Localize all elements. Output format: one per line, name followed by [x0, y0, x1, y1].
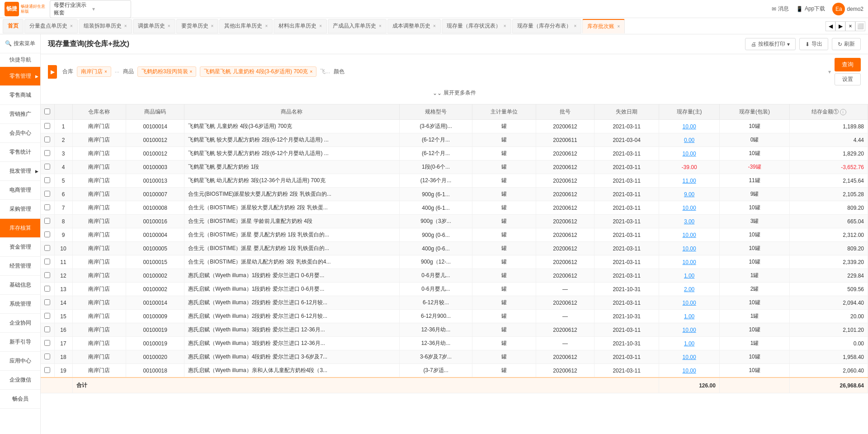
- row-stock-main-7[interactable]: 3.00: [659, 215, 720, 228]
- row-checkbox-18[interactable]: [41, 364, 54, 378]
- sidebar-item-member2[interactable]: 畅会员: [0, 390, 40, 409]
- sidebar-item-newbie[interactable]: 新手引导: [0, 333, 40, 352]
- row-checkbox-1[interactable]: [41, 133, 54, 147]
- tab-9[interactable]: 现存量（库存状况表） ×: [442, 19, 511, 33]
- tab-close-8[interactable]: ×: [433, 24, 436, 28]
- row-checkbox-10[interactable]: [41, 255, 54, 269]
- sidebar-item-operations[interactable]: 经营管理: [0, 257, 40, 276]
- tab-close-3[interactable]: ×: [168, 24, 170, 28]
- sidebar-item-enterprise[interactable]: 企业协同: [0, 314, 40, 333]
- row-stock-main-12[interactable]: 2.00: [659, 283, 720, 296]
- tab-close-all[interactable]: ×: [845, 21, 855, 31]
- tab-4[interactable]: 要货单历史 ×: [176, 19, 219, 33]
- balance-info-icon[interactable]: i: [840, 109, 846, 115]
- sidebar-item-wholesale[interactable]: 批发管理 ▶: [0, 162, 40, 181]
- row-checkbox-12[interactable]: [41, 283, 54, 296]
- tab-prev[interactable]: ◀: [826, 21, 835, 31]
- message-btn[interactable]: ✉ 消息: [772, 5, 789, 13]
- sidebar-item-marketing[interactable]: 营销推广: [0, 105, 40, 124]
- warehouse-tag-close[interactable]: ×: [104, 69, 107, 74]
- goods-filter-tag-0[interactable]: 飞鹤奶粉3段丙筒装 ×: [137, 66, 197, 77]
- tab-close-9[interactable]: ×: [504, 24, 506, 28]
- row-stock-main-11[interactable]: 1.00: [659, 269, 720, 283]
- row-checkbox-15[interactable]: [41, 323, 54, 337]
- row-checkbox-3[interactable]: [41, 160, 54, 174]
- row-stock-main-14[interactable]: 1.00: [659, 310, 720, 323]
- sidebar-item-inventory[interactable]: 库存核算: [0, 219, 40, 238]
- export-btn[interactable]: ⬇ 导出: [799, 38, 828, 50]
- sidebar-item-app-center[interactable]: 应用中心: [0, 352, 40, 371]
- sidebar-item-retail-stats[interactable]: 零售统计: [0, 143, 40, 162]
- row-stock-main-4[interactable]: 11.00: [659, 174, 720, 188]
- tab-close-1[interactable]: ×: [70, 24, 73, 28]
- app-download-btn[interactable]: 📱 App下载: [796, 5, 825, 13]
- tab-close-6[interactable]: ×: [319, 24, 322, 28]
- company-selector[interactable]: 母婴行业演示账套 ▾: [50, 0, 131, 18]
- row-checkbox-0[interactable]: [41, 120, 54, 133]
- filter-expand-btn[interactable]: ▶: [48, 65, 57, 79]
- row-stock-main-5[interactable]: 9.00: [659, 188, 720, 201]
- tab-10[interactable]: 现存量（库存分布表） ×: [512, 19, 582, 33]
- expand-more-btn[interactable]: ⌄⌄ 展开更多条件: [433, 89, 476, 97]
- sidebar-item-retail-mall[interactable]: 零售商城: [0, 86, 40, 105]
- warehouse-filter-tag[interactable]: 南岸门店 ×: [77, 66, 111, 77]
- goods-tag-close-1[interactable]: ×: [310, 69, 312, 74]
- row-checkbox-7[interactable]: [41, 215, 54, 228]
- tab-7[interactable]: 产成品入库单历史 ×: [328, 19, 387, 33]
- row-stock-main-1[interactable]: 0.00: [659, 133, 720, 147]
- print-btn[interactable]: 🖨 按模板打印 ▾: [745, 38, 796, 50]
- row-checkbox-16[interactable]: [41, 337, 54, 350]
- tab-close-11[interactable]: ×: [617, 24, 620, 29]
- row-checkbox-5[interactable]: [41, 188, 54, 201]
- sidebar-item-retail-mgmt[interactable]: 零售管理 ▶: [0, 67, 40, 86]
- tab-2[interactable]: 组装拆卸单历史 ×: [79, 19, 132, 33]
- sidebar-item-system[interactable]: 系统管理: [0, 295, 40, 314]
- row-checkbox-14[interactable]: [41, 310, 54, 323]
- settings-btn[interactable]: 设置: [835, 73, 861, 85]
- row-checkbox-8[interactable]: [41, 228, 54, 242]
- tab-next[interactable]: ▶: [835, 21, 845, 31]
- quick-nav-btn[interactable]: 快捷导航: [0, 53, 40, 67]
- row-stock-main-16[interactable]: 1.00: [659, 337, 720, 350]
- tab-5[interactable]: 其他出库单历史 ×: [219, 19, 273, 33]
- row-stock-main-6[interactable]: 10.00: [659, 201, 720, 215]
- row-stock-main-15[interactable]: 10.00: [659, 323, 720, 337]
- tab-home[interactable]: 首页: [3, 19, 24, 33]
- search-menu-btn[interactable]: 🔍 搜索菜单: [3, 38, 38, 49]
- row-stock-main-2[interactable]: 10.00: [659, 147, 720, 160]
- goods-tag-close-0[interactable]: ×: [190, 69, 193, 74]
- tab-3[interactable]: 调拨单历史 ×: [133, 19, 175, 33]
- tab-close-5[interactable]: ×: [265, 24, 268, 28]
- goods-filter-tag-1[interactable]: 飞鹤星飞帆 儿童奶粉 4段(3-6岁适用) 700克 ×: [200, 66, 316, 77]
- row-stock-main-8[interactable]: 10.00: [659, 228, 720, 242]
- tab-maximize[interactable]: ⬜: [855, 21, 865, 31]
- tab-close-4[interactable]: ×: [211, 24, 214, 28]
- query-btn[interactable]: 查询: [835, 58, 861, 71]
- row-stock-main-18[interactable]: 10.00: [659, 364, 720, 378]
- tab-6[interactable]: 材料出库单历史 ×: [274, 19, 327, 33]
- sidebar-item-ecommerce[interactable]: 电商管理: [0, 181, 40, 200]
- tab-8[interactable]: 成本调整单历史 ×: [387, 19, 441, 33]
- row-checkbox-4[interactable]: [41, 174, 54, 188]
- tab-close-7[interactable]: ×: [379, 24, 382, 28]
- tab-close-10[interactable]: ×: [574, 24, 577, 28]
- row-checkbox-17[interactable]: [41, 350, 54, 364]
- sidebar-item-finance[interactable]: 资金管理: [0, 238, 40, 257]
- sidebar-item-purchase[interactable]: 采购管理: [0, 200, 40, 219]
- tab-close-2[interactable]: ×: [124, 24, 127, 28]
- sidebar-item-wechat[interactable]: 企业微信: [0, 371, 40, 390]
- row-stock-main-13[interactable]: 10.00: [659, 296, 720, 310]
- tab-11[interactable]: 库存批次账 ×: [582, 19, 625, 33]
- sidebar-item-basic-info[interactable]: 基础信息: [0, 276, 40, 295]
- tab-1[interactable]: 分量盘点单历史 ×: [24, 19, 78, 33]
- row-stock-main-9[interactable]: 10.00: [659, 242, 720, 255]
- row-stock-main-0[interactable]: 10.00: [659, 120, 720, 133]
- user-avatar[interactable]: Ea demo2: [832, 3, 863, 15]
- select-all-checkbox[interactable]: [44, 108, 50, 114]
- row-checkbox-6[interactable]: [41, 201, 54, 215]
- row-checkbox-2[interactable]: [41, 147, 54, 160]
- row-stock-main-10[interactable]: 10.00: [659, 255, 720, 269]
- refresh-btn[interactable]: ↻ 刷新: [832, 38, 861, 50]
- row-checkbox-11[interactable]: [41, 269, 54, 283]
- row-stock-main-17[interactable]: 10.00: [659, 350, 720, 364]
